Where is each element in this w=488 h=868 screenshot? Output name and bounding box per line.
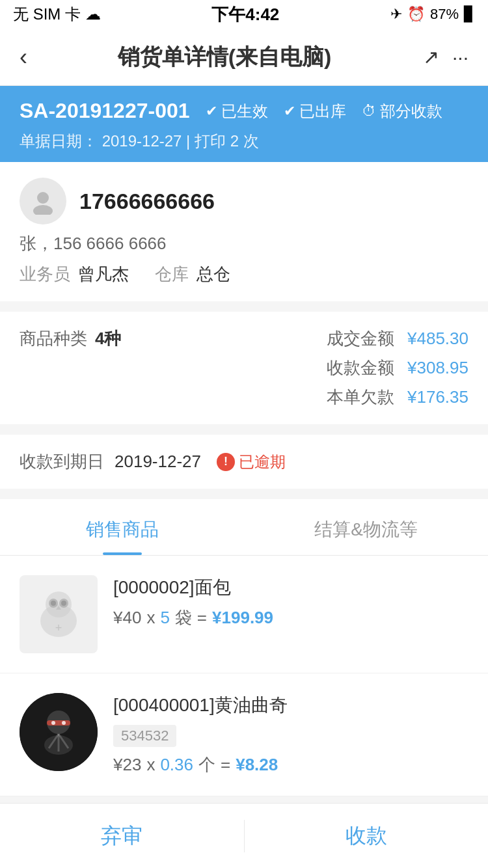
print-info: | 打印 2 次 xyxy=(186,132,259,150)
product-equals-1: = xyxy=(197,608,207,628)
products-section: + [0000002]面包 ¥40 x 5 袋 = ¥199.99 xyxy=(0,556,488,796)
sales-label: 业务员 xyxy=(20,263,70,286)
battery-level: 87% xyxy=(430,6,459,23)
product-sku-2: 534532 xyxy=(113,725,176,747)
svg-point-1 xyxy=(33,205,53,215)
avatar xyxy=(20,178,66,224)
sales-value: 曾凡杰 xyxy=(78,263,129,286)
product-unit-2: 个 xyxy=(198,753,215,776)
banner-row1: SA-20191227-001 ✔ 已生效 ✔ 已出库 ⏱ 部分收款 xyxy=(20,99,468,123)
tab-sales-products[interactable]: 销售商品 xyxy=(0,499,244,555)
received-value: ¥308.95 xyxy=(407,358,468,378)
sales-meta: 业务员 曾凡杰 xyxy=(20,263,129,286)
order-date: 2019-12-27 xyxy=(102,132,182,150)
customer-phone-display: 17666666666 xyxy=(79,189,215,214)
badge-partial: ⏱ 部分收款 xyxy=(362,101,442,122)
bottom-bar: 弃审 收款 xyxy=(0,803,488,868)
confirm-button[interactable]: 收款 xyxy=(245,804,489,868)
product-info-1: [0000002]面包 ¥40 x 5 袋 = ¥199.99 xyxy=(113,575,468,629)
sim-status: 无 SIM 卡 ☁ xyxy=(13,4,101,25)
tab-settlement-logistics[interactable]: 结算&物流等 xyxy=(244,499,488,555)
overdue-icon: ! xyxy=(217,453,235,471)
product-total-2: ¥8.28 xyxy=(236,755,278,775)
alarm-icon: ⏰ xyxy=(407,6,425,23)
svg-rect-13 xyxy=(47,720,70,726)
svg-point-7 xyxy=(61,601,66,606)
overdue-text: 已逾期 xyxy=(239,452,286,472)
product-equals-2: = xyxy=(221,755,230,775)
status-bar: 无 SIM 卡 ☁ 下午4:42 ✈ ⏰ 87% ▊ xyxy=(0,0,488,29)
date-label: 单据日期： xyxy=(20,132,98,150)
amount-line: 成交金额 ¥485.30 xyxy=(327,327,468,350)
due-label: 收款到期日 xyxy=(20,450,104,473)
owed-line: 本单欠款 ¥176.35 xyxy=(327,386,468,409)
amount-label: 成交金额 xyxy=(327,327,394,350)
due-section: 收款到期日 2019-12-27 ! 已逾期 xyxy=(0,435,488,489)
product-multiply-icon-1: x xyxy=(146,608,155,628)
order-id: SA-20191227-001 xyxy=(20,99,190,123)
product-price-2: ¥23 xyxy=(113,755,141,775)
status-left: 无 SIM 卡 ☁ xyxy=(13,4,101,25)
badge-shipped: ✔ 已出库 xyxy=(284,101,346,122)
status-time: 下午4:42 xyxy=(211,3,279,26)
received-line: 收款金额 ¥308.95 xyxy=(327,357,468,379)
product-thumbnail-1: + xyxy=(20,575,98,653)
amount-summary: 成交金额 ¥485.30 收款金额 ¥308.95 本单欠款 ¥176.35 xyxy=(327,327,468,409)
svg-text:+: + xyxy=(55,621,62,634)
list-item: [000400001]黄油曲奇 534532 ¥23 x 0.36 个 = ¥8… xyxy=(0,673,488,796)
clock-icon: ⏱ xyxy=(362,103,376,120)
page-title: 销货单详情(来自电脑) xyxy=(59,42,390,72)
owed-value: ¥176.35 xyxy=(407,387,468,407)
back-button[interactable]: ‹ xyxy=(20,44,59,71)
list-item: + [0000002]面包 ¥40 x 5 袋 = ¥199.99 xyxy=(0,556,488,673)
product-info-2: [000400001]黄油曲奇 534532 ¥23 x 0.36 个 = ¥8… xyxy=(113,693,468,776)
check-icon-2: ✔ xyxy=(284,103,295,120)
svg-point-14 xyxy=(51,721,55,725)
share-button[interactable]: ↗ xyxy=(423,46,439,68)
overdue-badge: ! 已逾期 xyxy=(217,452,286,472)
product-total-1: ¥199.99 xyxy=(212,608,273,628)
status-right: ✈ ⏰ 87% ▊ xyxy=(390,6,475,23)
product-name-2: [000400001]黄油曲奇 xyxy=(113,693,468,718)
product-qty-1: 5 xyxy=(160,608,169,628)
warehouse-value: 总仓 xyxy=(197,263,230,286)
warehouse-meta: 仓库 总仓 xyxy=(155,263,230,286)
product-unit-1: 袋 xyxy=(175,606,192,629)
banner-row2: 单据日期： 2019-12-27 | 打印 2 次 xyxy=(20,131,468,152)
product-name-1: [0000002]面包 xyxy=(113,575,468,600)
product-price-1: ¥40 xyxy=(113,608,141,628)
product-price-row-2: ¥23 x 0.36 个 = ¥8.28 xyxy=(113,753,468,776)
summary-section: 商品种类 4种 成交金额 ¥485.30 收款金额 ¥308.95 本单欠款 ¥… xyxy=(0,312,488,424)
due-date-value: 2019-12-27 xyxy=(115,452,201,472)
badge-effective: ✔ 已生效 xyxy=(206,101,268,122)
nav-bar: ‹ 销货单详情(来自电脑) ↗ ··· xyxy=(0,29,488,86)
owed-label: 本单欠款 xyxy=(327,386,394,409)
warehouse-label: 仓库 xyxy=(155,263,189,286)
svg-point-6 xyxy=(51,601,56,606)
ninja-logo-icon xyxy=(20,693,98,771)
owl-logo-icon: + xyxy=(29,585,88,644)
customer-meta: 业务员 曾凡杰 仓库 总仓 xyxy=(20,263,468,286)
customer-section: 17666666666 张，156 6666 6666 业务员 曾凡杰 仓库 总… xyxy=(0,162,488,301)
nav-actions: ↗ ··· xyxy=(390,46,468,68)
amount-value: ¥485.30 xyxy=(407,329,468,349)
product-thumbnail-2 xyxy=(20,693,98,771)
location-icon: ✈ xyxy=(390,6,402,23)
type-label: 商品种类 xyxy=(20,327,87,350)
product-type-count: 商品种类 4种 xyxy=(20,327,121,350)
product-price-row-1: ¥40 x 5 袋 = ¥199.99 xyxy=(113,606,468,629)
user-icon xyxy=(29,187,57,215)
tabs-container: 销售商品 结算&物流等 xyxy=(0,499,488,556)
svg-point-0 xyxy=(37,192,49,204)
check-icon-1: ✔ xyxy=(206,103,217,120)
header-banner: SA-20191227-001 ✔ 已生效 ✔ 已出库 ⏱ 部分收款 单据日期：… xyxy=(0,86,488,162)
product-qty-2: 0.36 xyxy=(160,755,193,775)
received-label: 收款金额 xyxy=(327,357,394,379)
type-value: 4种 xyxy=(95,327,121,350)
customer-name-phone: 张，156 6666 6666 xyxy=(20,232,468,255)
battery-icon: ▊ xyxy=(464,6,475,23)
product-multiply-icon-2: x xyxy=(146,755,155,775)
more-button[interactable]: ··· xyxy=(452,46,468,68)
svg-point-15 xyxy=(62,721,66,725)
cancel-button[interactable]: 弃审 xyxy=(0,804,244,868)
